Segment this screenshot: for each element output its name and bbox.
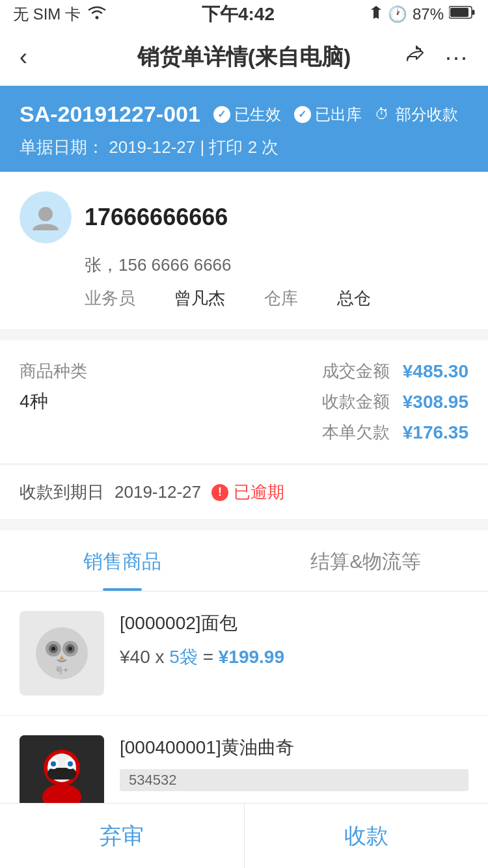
tabs-section: 销售商品 结算&物流等 号+ [0,530,488,845]
product-equals-1: = [203,647,219,667]
tab-sales-products[interactable]: 销售商品 [0,530,244,591]
debt-value: ¥176.35 [403,422,468,443]
badge-activated: ✓ 已生效 [213,104,281,125]
amount-value: ¥485.30 [403,361,468,382]
type-label: 商品种类 [20,360,87,383]
status-bar-left: 无 SIM 卡 [13,4,107,25]
carrier-text: 无 SIM 卡 [13,4,81,25]
tabs-header: 销售商品 结算&物流等 [0,530,488,591]
product-price-1: ¥40 x 5袋 = ¥199.99 [120,645,468,670]
payment-due-label: 收款到期日 [20,481,104,504]
cancel-button[interactable]: 弃审 [0,804,245,868]
status-bar: 无 SIM 卡 下午4:42 🕐 87% [0,0,488,29]
received-row: 收款金额 ¥308.95 [322,390,468,413]
customer-section: 17666666666 张，156 6666 6666 业务员 曾凡杰 仓库 总… [0,172,488,330]
print-count-value: 2 [248,137,257,157]
received-label: 收款金额 [322,390,390,413]
battery-icon [449,5,475,23]
overdue-text: 已逾期 [234,481,284,504]
check-icon-1: ✓ [213,106,230,123]
stats-right: 成交金额 ¥485.30 收款金额 ¥308.95 本单欠款 ¥176.35 [322,360,468,444]
product-name-1: [0000002]面包 [120,611,468,636]
status-bar-right: 🕐 87% [370,5,475,24]
debt-row: 本单欠款 ¥176.35 [322,421,468,444]
product-info-1: [0000002]面包 ¥40 x 5袋 = ¥199.99 [120,611,468,670]
svg-rect-17 [47,768,76,780]
svg-point-11 [68,647,72,651]
nav-right-actions: ··· [403,44,468,71]
wifi-icon [87,5,107,23]
sales-name: 曾凡杰 [174,287,225,310]
confirm-button[interactable]: 收款 [245,804,489,868]
type-count: 4种 [20,389,87,414]
battery-text: 87% [413,5,444,23]
stats-section: 商品种类 4种 成交金额 ¥485.30 收款金额 ¥308.95 本单欠款 ¥… [0,340,488,464]
overdue-badge: ! 已逾期 [211,481,284,504]
customer-meta: 业务员 曾凡杰 仓库 总仓 [20,287,468,310]
order-date: 2019-12-27 [109,137,195,157]
share-icon[interactable] [403,44,426,70]
received-value: ¥308.95 [403,392,468,413]
alarm-icon: 🕐 [388,5,407,23]
customer-name-phone: 张，156 6666 6666 [20,254,468,277]
product-thumb-1: 号+ [20,611,104,696]
header-banner: SA-20191227-001 ✓ 已生效 ✓ 已出库 ⏱ 部分收款 单据日期：… [0,86,488,172]
stats-left: 商品种类 4种 [20,360,87,414]
svg-point-21 [68,761,73,766]
badge-partial-payment: ⏱ 部分收款 [375,104,458,125]
svg-rect-2 [472,10,474,15]
product-name-2: [000400001]黄油曲奇 [120,735,468,760]
product-tag-2: 534532 [120,769,468,791]
customer-avatar [20,191,72,243]
product-base-price-1: ¥40 [120,647,150,667]
debt-label: 本单欠款 [322,421,390,444]
product-multiplier-1: x [156,647,170,667]
overdue-icon: ! [211,484,228,501]
amount-row: 成交金额 ¥485.30 [322,360,468,383]
product-qty-1: 5袋 [169,647,198,667]
more-icon[interactable]: ··· [445,44,468,71]
customer-row: 17666666666 [20,191,468,243]
header-banner-top: SA-20191227-001 ✓ 已生效 ✓ 已出库 ⏱ 部分收款 [20,102,468,127]
date-label: 单据日期： [20,137,104,157]
payment-due-section: 收款到期日 2019-12-27 ! 已逾期 [0,465,488,520]
header-banner-bottom: 单据日期： 2019-12-27 | 打印 2 次 [20,136,468,159]
nav-title: 销货单详情(来自电脑) [137,42,351,72]
back-button[interactable]: ‹ [20,44,59,71]
check-icon-2: ✓ [294,106,311,123]
product-item-1: 号+ [0000002]面包 ¥40 x 5袋 = ¥199.99 [0,591,488,716]
payment-due-date: 2019-12-27 [115,482,201,502]
customer-phone: 17666666666 [85,204,228,231]
order-id: SA-20191227-001 [20,102,200,127]
svg-point-10 [51,647,55,651]
print-label: | 打印 [200,137,243,157]
tab-settlement[interactable]: 结算&物流等 [244,530,488,591]
clock-icon: ⏱ [375,106,389,123]
warehouse-name: 总仓 [337,287,371,310]
svg-point-4 [38,207,53,221]
nav-bar: ‹ 销货单详情(来自电脑) ··· [0,29,488,86]
status-bar-time: 下午4:42 [202,2,275,27]
warehouse-label: 仓库 [264,287,298,310]
sales-label: 业务员 [85,287,135,310]
svg-rect-3 [450,8,468,17]
badge-shipped: ✓ 已出库 [294,104,362,125]
amount-label: 成交金额 [322,360,390,383]
print-suffix: 次 [262,137,278,157]
bottom-bar: 弃审 收款 [0,803,488,868]
svg-point-20 [51,761,56,766]
location-icon [370,5,383,24]
product-total-1: ¥199.99 [219,647,284,667]
svg-point-0 [96,16,99,20]
svg-text:号+: 号+ [55,666,68,675]
